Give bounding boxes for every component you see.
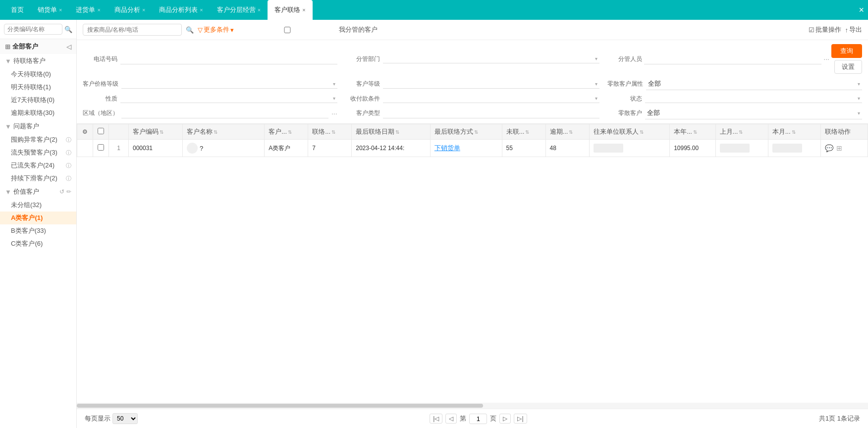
last-method-link[interactable]: 下销货单 (434, 144, 460, 152)
th-gear[interactable]: ⚙ (77, 124, 93, 140)
filter-dept-label: 分管部门 (345, 55, 380, 63)
search-input[interactable] (83, 24, 182, 36)
th-last-method[interactable]: 最后联络方式 ⇅ (430, 124, 502, 140)
row-checkbox[interactable] (98, 144, 104, 151)
nav-customer-contact-close[interactable]: × (302, 0, 305, 20)
filter-customer-type-label: 客户类型 (345, 109, 380, 117)
nav-customer-contact[interactable]: 客户联络 × (268, 0, 312, 20)
filter-customer-level-select[interactable]: ▾ (383, 80, 600, 89)
sidebar-item-c-class-label: C类客户(6) (11, 239, 71, 248)
query-button[interactable]: 查询 (831, 44, 862, 58)
th-last-month-label: 上月... (720, 127, 738, 136)
prev-page-btn[interactable]: ◁ (445, 414, 457, 424)
nav-goods-analysis-close[interactable]: × (142, 0, 145, 20)
nav-sales[interactable]: 销货单 × (31, 0, 69, 20)
filter-region-more[interactable]: ··· (331, 109, 337, 117)
nav-goods-list-close[interactable]: × (200, 0, 203, 20)
my-customers-checkbox[interactable] (238, 27, 337, 33)
filter-phone-input[interactable] (120, 54, 337, 64)
th-check-all[interactable] (98, 128, 104, 134)
section-problem-title[interactable]: ▼ 问题客户 (0, 119, 76, 133)
sidebar-item-lost[interactable]: 已流失客户(24) ⓘ (0, 159, 76, 172)
filter-manager-label: 分管人员 (607, 55, 642, 63)
th-this-year[interactable]: 本年... ⇅ (670, 124, 715, 140)
content-area: 🔍 ▽ 更多条件 ▾ 我分管的客户 ☑ 批量操作 ↑ 导出 (77, 20, 868, 428)
td-last-method: 下销货单 (430, 140, 502, 157)
nav-customer-segment-close[interactable]: × (258, 0, 261, 20)
th-this-month[interactable]: 本月... ⇅ (768, 124, 820, 140)
section-value-title[interactable]: ▼ 价值客户 ↺ ✏ (0, 185, 76, 199)
sidebar-all-customers[interactable]: ⊞ 全部客户 ◁ (0, 39, 76, 54)
sidebar-collapse-btn[interactable]: ◁ (66, 43, 71, 51)
th-last-month[interactable]: 上月... ⇅ (715, 124, 768, 140)
page-size-select[interactable]: 50 100 200 (112, 413, 138, 424)
next-page-btn[interactable]: ▷ (499, 414, 511, 424)
sidebar-item-tomorrow[interactable]: 明天待联络(1) (0, 81, 76, 94)
th-overdue[interactable]: 逾期... ⇅ (545, 124, 589, 140)
sidebar-item-warning[interactable]: 流失预警客户(3) ⓘ (0, 146, 76, 159)
page-number-input[interactable] (469, 414, 487, 424)
td-check[interactable] (93, 140, 109, 157)
top-nav: 首页 销货单 × 进货单 × 商品分析 × 商品分析列表 × 客户分层经营 × … (0, 0, 868, 20)
nav-customer-segment[interactable]: 客户分层经营 × (210, 0, 268, 20)
sidebar-item-c-class[interactable]: C类客户(6) (0, 237, 76, 250)
sidebar-item-today-label: 今天待联络(0) (11, 70, 71, 79)
filter-nature-select[interactable]: ▾ (120, 94, 337, 103)
filter-dept-select[interactable]: ▾ (383, 54, 600, 63)
edit-icon[interactable]: ✏ (66, 188, 71, 195)
sidebar-item-today[interactable]: 今天待联络(0) (0, 68, 76, 81)
sidebar-item-overdue[interactable]: 逾期未联络(30) (0, 107, 76, 119)
table-footer: 每页显示 50 100 200 |◁ ◁ 第 页 ▷ ▷| 共1页 1条记录 (77, 409, 868, 428)
last-page-btn[interactable]: ▷| (514, 414, 527, 424)
section-pending-title[interactable]: ▼ 待联络客户 (0, 54, 76, 68)
setting-button[interactable]: 设置 (834, 60, 862, 74)
filter-region-label: 区域（地区） (83, 109, 118, 117)
my-customers-filter[interactable]: 我分管的客户 (238, 25, 378, 34)
section-value: ▼ 价值客户 ↺ ✏ 未分组(32) A类客户(1) B类客户(33) C类客户… (0, 185, 76, 250)
refresh-icon[interactable]: ↺ (59, 188, 64, 195)
filter-price-level-label: 客户价格等级 (83, 80, 118, 88)
filter-retail-select[interactable]: 全部 ▾ (645, 107, 862, 119)
th-last-date[interactable]: 最后联络日期 ⇅ (352, 124, 431, 140)
sidebar-item-declining[interactable]: 持续下滑客户(2) ⓘ (0, 172, 76, 185)
more-filter-btn[interactable]: ▽ 更多条件 ▾ (198, 25, 234, 34)
more-action-icon[interactable]: ⊞ (836, 144, 842, 152)
th-check[interactable] (93, 124, 109, 140)
batch-btn[interactable]: ☑ 批量操作 (809, 25, 841, 34)
sidebar-item-ungroup[interactable]: 未分组(32) (0, 199, 76, 212)
sidebar-search-input[interactable] (4, 24, 62, 35)
horizontal-scrollbar[interactable] (77, 403, 868, 409)
export-btn[interactable]: ↑ 导出 (845, 25, 863, 34)
contact-icon[interactable]: 💬 (825, 144, 833, 152)
nav-purchase[interactable]: 进货单 × (69, 0, 107, 20)
filter-customer-type-input[interactable] (383, 108, 600, 118)
filter-payment-label: 收付款条件 (345, 95, 380, 103)
sidebar-search-icon[interactable]: 🔍 (64, 26, 72, 33)
first-page-btn[interactable]: |◁ (430, 414, 442, 424)
filter-manager-more[interactable]: ··· (823, 55, 829, 63)
th-type[interactable]: 客户... ⇅ (265, 124, 308, 140)
filter-retail-attr-select[interactable]: 全部 ▾ (646, 78, 862, 90)
close-all-btn[interactable]: × (859, 5, 864, 15)
nav-goods-list[interactable]: 商品分析列表 × (152, 0, 210, 20)
nav-home[interactable]: 首页 (4, 0, 31, 20)
filter-payment-select[interactable]: ▾ (383, 94, 600, 103)
sidebar-item-b-class[interactable]: B类客户(33) (0, 224, 76, 237)
filter-status-select[interactable]: ▾ (645, 94, 862, 103)
sidebar-item-a-class[interactable]: A类客户(1) (0, 212, 76, 224)
filter-manager-input[interactable] (644, 54, 821, 64)
search-btn[interactable]: 🔍 (186, 26, 194, 34)
th-name[interactable]: 客户名称 ⇅ (182, 124, 264, 140)
sidebar-item-abnormal[interactable]: 囤购异常客户(2) ⓘ (0, 133, 76, 146)
th-code[interactable]: 客户编码 ⇅ (129, 124, 183, 140)
nav-sales-close[interactable]: × (59, 0, 62, 20)
nav-purchase-close[interactable]: × (97, 0, 100, 20)
sidebar-item-7days[interactable]: 近7天待联络(0) (0, 94, 76, 107)
filter-price-level-select[interactable]: ▾ (121, 80, 337, 89)
th-contact[interactable]: 联络... ⇅ (308, 124, 352, 140)
nav-goods-analysis[interactable]: 商品分析 × (108, 0, 152, 20)
filter-region-input[interactable] (121, 108, 328, 118)
scrollbar-thumb[interactable] (77, 404, 483, 408)
th-contacts-person[interactable]: 往来单位联系人 ⇅ (589, 124, 670, 140)
th-uncontacted[interactable]: 未联... ⇅ (502, 124, 545, 140)
